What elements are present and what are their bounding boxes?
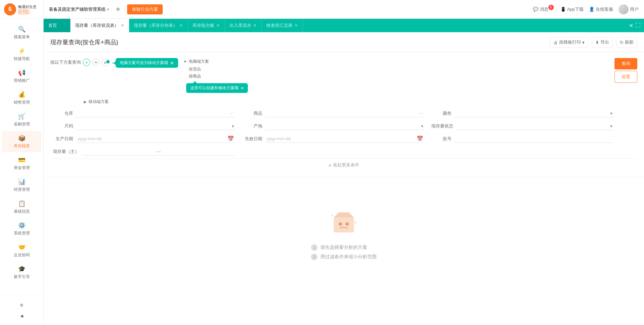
- sidebar-item-sales[interactable]: 💰 销售管理: [2, 88, 41, 109]
- tab-inout-flow[interactable]: 出入库流水 ✕: [225, 19, 262, 32]
- production-date-input[interactable]: [76, 135, 226, 143]
- filter-inventory-status: 现存量状态 ▾: [431, 122, 614, 130]
- production-date-calendar-icon[interactable]: 📅: [226, 136, 235, 142]
- scheme-item-by-goods[interactable]: 按货品: [183, 66, 248, 73]
- origin-input[interactable]: [265, 122, 420, 130]
- scheme-item-by-commodity[interactable]: 按商品: [183, 73, 248, 80]
- sidebar-settings-btn[interactable]: ⚙: [2, 300, 41, 310]
- header-settings-btn[interactable]: ⚙: [113, 4, 123, 14]
- inventory-qty-label: 现存量（主）: [53, 149, 79, 155]
- inventory-qty-to[interactable]: [163, 148, 236, 155]
- tab-batch-account-close[interactable]: ✕: [216, 23, 220, 28]
- warehouse-input[interactable]: [76, 109, 228, 117]
- sidebar-item-label: 采购管理: [14, 121, 30, 127]
- phone-icon: 📱: [560, 7, 566, 12]
- sidebar-nav: 🔍 搜索菜单 ⚡ 快捷导航 📢 营销推广 💰 销售管理 🛒 采购管理 📦 库存核…: [0, 19, 43, 296]
- mobile-expand-icon: ▶: [84, 100, 87, 104]
- sidebar-collapse-btn[interactable]: ◀: [2, 311, 41, 321]
- color-input[interactable]: [454, 109, 609, 117]
- step-num-1: 1: [311, 244, 318, 251]
- tab-inventory-dist-close[interactable]: ✕: [179, 23, 183, 28]
- color-label: 颜色: [431, 110, 451, 116]
- scheme-desktop-label: 电脑端方案: [189, 59, 209, 64]
- svg-point-4: [354, 221, 357, 224]
- scheme-mobile-header[interactable]: ▶ 移动端方案: [84, 98, 637, 106]
- tab-home[interactable]: 首页: [44, 19, 70, 32]
- quicknav-icon: ⚡: [18, 47, 25, 55]
- support-icon: 👤: [589, 7, 594, 12]
- tab-inventory-status-close[interactable]: ✕: [121, 23, 124, 28]
- template-print-btn[interactable]: 🖨 按模板打印 ▾: [550, 37, 588, 48]
- empty-illustration: [327, 204, 361, 237]
- filter-add-btn[interactable]: +: [83, 59, 90, 66]
- tab-inventory-status[interactable]: 现存量（库存状况表） ✕: [70, 19, 129, 32]
- tooltip-1-close[interactable]: ✕: [170, 60, 174, 66]
- inventory-status-input[interactable]: [456, 122, 609, 130]
- sidebar-item-basic[interactable]: 📋 基础信息: [2, 197, 41, 218]
- warehouse-dots[interactable]: ···: [228, 110, 235, 116]
- top-header: 装备及固定资产辅助管理系统 ▾ ⚙ 体验行业方案 💬 消息 6 📱 App下载 …: [44, 0, 644, 19]
- inventory-status-dropdown-icon[interactable]: ▾: [609, 123, 614, 129]
- reset-btn[interactable]: 设置: [614, 71, 637, 83]
- highlight-dot: [106, 60, 110, 63]
- color-dropdown-icon[interactable]: ▾: [609, 111, 614, 116]
- sidebar-item-purchase[interactable]: 🛒 采购管理: [2, 109, 41, 130]
- size-input[interactable]: [76, 122, 230, 130]
- sidebar-item-label: 基础信息: [14, 209, 30, 214]
- sidebar-item-search[interactable]: 🔍 搜索菜单: [2, 22, 41, 43]
- marketing-icon: 📢: [18, 69, 25, 76]
- sidebar-item-finance[interactable]: 💳 资金管理: [2, 153, 41, 174]
- tab-receive-summary[interactable]: 收发存汇总表 ✕: [262, 19, 303, 32]
- industry-btn[interactable]: 体验行业方案: [127, 4, 163, 14]
- origin-dropdown-icon[interactable]: ▾: [420, 123, 425, 129]
- empty-step-1: 1 请先选择要分析的方案: [311, 244, 377, 251]
- sidebar-item-system[interactable]: ⚙️ 系统管理: [2, 218, 41, 239]
- tab-inventory-dist-label: 现存量（库存分布表）: [134, 22, 177, 29]
- tab-batch-account-label: 库存批次账: [193, 22, 214, 29]
- scheme-desktop-header[interactable]: ▼ 电脑端方案: [183, 57, 248, 66]
- inventory-qty-from[interactable]: [82, 148, 155, 155]
- system-name-select[interactable]: 装备及固定资产辅助管理系统 ▾: [49, 6, 109, 12]
- basic-icon: 📋: [18, 200, 25, 207]
- empty-steps: 1 请先选择要分析的方案 2 用过滤条件来缩小分析范围: [311, 244, 377, 263]
- user-name-label: 用户: [630, 6, 639, 12]
- batch-input[interactable]: [454, 135, 614, 143]
- tooltip-2-close[interactable]: ✕: [240, 86, 244, 91]
- message-badge: 6: [548, 5, 554, 10]
- sidebar-item-enterprise[interactable]: 🤝 企业协同: [2, 240, 41, 261]
- commodity-input[interactable]: [265, 109, 418, 117]
- collapse-btn[interactable]: ∧ 收起更多条件: [328, 162, 359, 168]
- sidebar-item-operations[interactable]: 📊 经营管理: [2, 175, 41, 196]
- app-download-btn[interactable]: 📱 App下载: [560, 6, 584, 12]
- user-menu[interactable]: 用户: [619, 4, 639, 14]
- tab-fullscreen-icon[interactable]: ⛶: [635, 22, 641, 29]
- tab-inventory-status-label: 现存量（库存状况表）: [75, 22, 119, 29]
- tab-receive-summary-label: 收发存汇总表: [266, 22, 292, 29]
- filter-edit-btn[interactable]: ✏: [92, 59, 100, 66]
- tab-inventory-dist[interactable]: 现存量（库存分布表） ✕: [129, 19, 188, 32]
- commodity-dots[interactable]: ···: [418, 110, 425, 116]
- sidebar-item-guide[interactable]: 🎓 新手引导: [2, 262, 41, 283]
- origin-label: 产地: [242, 123, 262, 129]
- search-btn[interactable]: 查询: [614, 58, 637, 69]
- export-btn[interactable]: ⬇ 导出: [592, 37, 613, 48]
- inventory-status-label: 现存量状态: [431, 123, 453, 129]
- expiry-date-calendar-icon[interactable]: 📅: [415, 136, 425, 142]
- online-support-btn[interactable]: 👤 在线客服: [589, 6, 613, 12]
- sidebar-item-marketing[interactable]: 📢 营销推广: [2, 66, 41, 87]
- collapse-bottom-icon: ◀: [20, 314, 23, 318]
- size-dropdown-icon[interactable]: ▾: [230, 123, 235, 129]
- refresh-btn[interactable]: ↻ 刷新: [616, 37, 637, 48]
- tab-close-all-icon[interactable]: ✕: [629, 22, 633, 29]
- tab-batch-account[interactable]: 库存批次账 ✕: [188, 19, 225, 32]
- sidebar-item-inventory[interactable]: 📦 库存核算: [2, 131, 41, 152]
- logo-badge: 标准版: [18, 10, 29, 14]
- logo-area: 6 畅通好生意 标准版: [0, 0, 43, 19]
- sidebar-item-quicknav[interactable]: ⚡ 快捷导航: [2, 44, 41, 65]
- operations-icon: 📊: [18, 178, 25, 185]
- tab-receive-summary-close[interactable]: ✕: [294, 23, 298, 28]
- tab-inout-flow-close[interactable]: ✕: [253, 23, 257, 28]
- expiry-date-input[interactable]: [265, 135, 415, 143]
- header-right: 💬 消息 6 📱 App下载 👤 在线客服 用户: [533, 4, 639, 14]
- messages-btn[interactable]: 💬 消息 6: [533, 6, 555, 12]
